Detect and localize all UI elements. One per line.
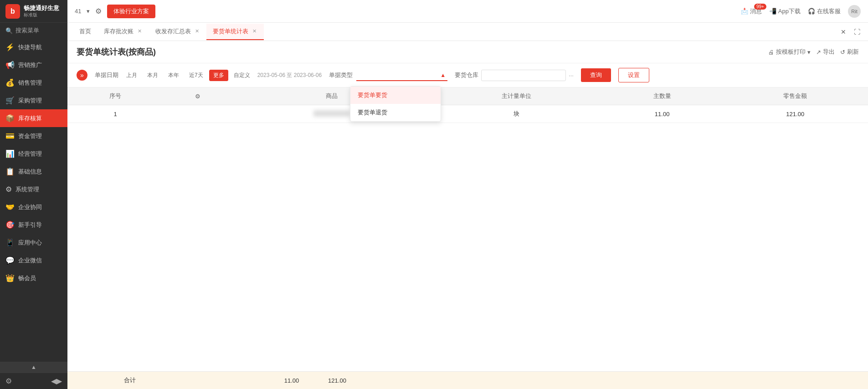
- dropdown-option-要货单退货[interactable]: 要货单退货: [350, 104, 441, 121]
- sidebar-item-label: 快捷导航: [18, 43, 42, 51]
- refresh-icon: ↺: [840, 49, 845, 56]
- guide-icon: 🎯: [5, 220, 15, 229]
- type-select-input[interactable]: [356, 70, 447, 81]
- filter-expand-btn[interactable]: »: [77, 70, 87, 81]
- settings-icon[interactable]: ⚙: [5, 377, 12, 385]
- close-tab-btn[interactable]: ✕: [838, 26, 849, 37]
- sidebar-item-sales[interactable]: 💰销售管理: [0, 74, 67, 92]
- sidebar-item-label: 畅会员: [18, 274, 36, 282]
- filter-more-btn[interactable]: ···: [569, 72, 574, 79]
- sidebar-item-label: 采购管理: [18, 97, 42, 105]
- tab-receive-summary[interactable]: 收发存汇总表✕: [149, 24, 206, 40]
- header-settings-icon[interactable]: ⚙: [95, 7, 102, 15]
- sidebar: b 畅捷通好生意 标准版 🔍 搜索菜单 ⚡快捷导航📢营销推广💰销售管理🛒采购管理…: [0, 0, 67, 389]
- sidebar-item-shortcuts[interactable]: ⚡快捷导航: [0, 38, 67, 56]
- printer-icon: 🖨: [768, 49, 774, 56]
- date-range: 2023-05-06 至 2023-06-06: [257, 72, 322, 79]
- sidebar-item-system[interactable]: ⚙系统管理: [0, 180, 67, 198]
- marketing-icon: 📢: [5, 61, 15, 69]
- warehouse-input[interactable]: [481, 70, 566, 81]
- sidebar-item-basic[interactable]: 📋基础信息: [0, 163, 67, 180]
- cell-settings: [163, 105, 232, 123]
- refresh-btn[interactable]: ↺ 刷新: [840, 48, 859, 56]
- table-body: 1块11.00121.00: [67, 105, 868, 123]
- sidebar-item-label: 系统管理: [15, 185, 39, 194]
- sidebar-item-inventory[interactable]: 📦库存核算: [0, 109, 67, 127]
- tab-label: 收发存汇总表: [155, 27, 191, 36]
- wechat-icon: 💬: [5, 256, 15, 265]
- col-header-unit: 主计量单位: [431, 87, 602, 105]
- scroll-up-btn[interactable]: ▲: [0, 362, 67, 373]
- type-filter-group: 单据类型 ▲: [329, 70, 447, 81]
- cell-amount: 121.00: [723, 105, 868, 123]
- tab-close-btn[interactable]: ✕: [194, 28, 200, 35]
- col-header-settings[interactable]: ⚙: [163, 87, 232, 105]
- tab-close-btn[interactable]: ✕: [251, 28, 257, 35]
- sidebar-item-label: 销售管理: [18, 79, 42, 87]
- sidebar-item-operations[interactable]: 📊经营管理: [0, 145, 67, 163]
- app-download-btn[interactable]: 📲 App下载: [769, 7, 801, 15]
- sidebar-item-label: 企业微信: [18, 256, 42, 265]
- sidebar-item-member[interactable]: 👑畅会员: [0, 269, 67, 287]
- finance-icon: 💳: [5, 132, 15, 140]
- collapse-icon[interactable]: ◀▶: [51, 377, 62, 385]
- page-content: 要货单统计表(按商品) 🖨 按模板打印 ▾ ↗ 导出 ↺ 刷新: [67, 41, 868, 389]
- sidebar-item-label: 新手引导: [18, 221, 42, 229]
- sidebar-item-label: 企业协同: [18, 203, 42, 211]
- header-dropdown[interactable]: ▾: [87, 8, 90, 15]
- filter-settings-btn[interactable]: 设置: [618, 68, 649, 82]
- data-table: 序号⚙商品主计量单位主数量零售金额 1块11.00121.00: [67, 87, 868, 123]
- tab-label: 要货单统计表: [213, 27, 248, 36]
- online-service-btn[interactable]: 🎧 在线客服: [808, 7, 841, 15]
- messages-btn[interactable]: 📩 消息 99+: [741, 7, 762, 15]
- dropdown-arrow: ▾: [87, 8, 90, 15]
- date-btn-cur[interactable]: 本月: [143, 70, 162, 81]
- sidebar-item-enterprise[interactable]: 🤝企业协同: [0, 198, 67, 216]
- sidebar-item-label: 应用中心: [18, 239, 42, 247]
- sidebar-item-appstore[interactable]: 📱应用中心: [0, 234, 67, 251]
- type-dropdown-arrow[interactable]: ▲: [440, 72, 446, 78]
- cell-unit: 块: [431, 105, 602, 123]
- page-header: 要货单统计表(按商品) 🖨 按模板打印 ▾ ↗ 导出 ↺ 刷新: [67, 41, 868, 63]
- sidebar-item-purchase[interactable]: 🛒采购管理: [0, 92, 67, 109]
- table-footer: 合计 11.00 121.00: [67, 371, 868, 389]
- filter-bar: » 单据日期 上月本月本年近7天更多自定义 2023-05-06 至 2023-…: [67, 63, 868, 87]
- sidebar-item-marketing[interactable]: 📢营销推广: [0, 56, 67, 74]
- inventory-icon: 📦: [5, 114, 15, 123]
- col-header-amount: 零售金额: [723, 87, 868, 105]
- export-btn[interactable]: ↗ 导出: [816, 48, 835, 56]
- cell-seq: 1: [67, 105, 163, 123]
- search-menu[interactable]: 🔍 搜索菜单: [0, 23, 67, 38]
- print-dropdown-icon: ▾: [807, 49, 811, 56]
- date-btn-prev[interactable]: 上月: [122, 70, 141, 81]
- app-icon: 📲: [769, 8, 776, 15]
- tab-requisition-stats[interactable]: 要货单统计表✕: [206, 24, 264, 40]
- export-icon: ↗: [816, 49, 821, 56]
- dropdown-option-要货单要货[interactable]: 要货单要货: [350, 87, 441, 104]
- sidebar-item-guide[interactable]: 🎯新手引导: [0, 216, 67, 234]
- user-avatar[interactable]: Rit: [848, 5, 861, 18]
- date-btn-custom[interactable]: 自定义: [230, 70, 254, 81]
- header-number: 41: [75, 8, 81, 15]
- date-btn-year[interactable]: 本年: [164, 70, 183, 81]
- bell-icon: 📩: [741, 8, 748, 15]
- sidebar-item-finance[interactable]: 💳资金管理: [0, 127, 67, 145]
- messages-badge: 99+: [754, 4, 766, 10]
- date-btn-more[interactable]: 更多: [209, 70, 228, 81]
- query-btn[interactable]: 查询: [581, 68, 611, 82]
- appstore-icon: 📱: [5, 238, 15, 247]
- print-btn[interactable]: 🖨 按模板打印 ▾: [768, 48, 811, 56]
- cell-qty: 11.00: [602, 105, 723, 123]
- sales-icon: 💰: [5, 78, 15, 87]
- sidebar-item-label: 营销推广: [18, 61, 42, 69]
- tab-close-btn[interactable]: ✕: [136, 28, 143, 35]
- date-btn-week[interactable]: 近7天: [185, 70, 207, 81]
- sidebar-item-wechat[interactable]: 💬企业微信: [0, 251, 67, 269]
- industry-btn[interactable]: 体验行业方案: [107, 5, 155, 18]
- tab-inventory-batch[interactable]: 库存批次账✕: [98, 24, 149, 40]
- table-header-row: 序号⚙商品主计量单位主数量零售金额: [67, 87, 868, 105]
- tab-home[interactable]: 首页: [73, 24, 98, 40]
- expand-tab-btn[interactable]: ⛶: [852, 26, 863, 37]
- date-buttons: 上月本月本年近7天更多自定义: [122, 70, 254, 81]
- header-right: 📩 消息 99+ 📲 App下载 🎧 在线客服 Rit: [741, 5, 861, 18]
